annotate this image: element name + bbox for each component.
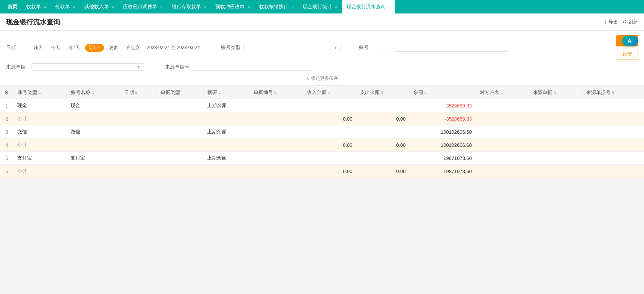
gear-icon[interactable]: ⚙	[4, 90, 9, 96]
date-range-display: 2023-02-24 至 2023-03-24	[147, 45, 200, 51]
nav-tab-yinhangcunqu[interactable]: 银行存取款单 ×	[167, 0, 211, 13]
top-navigation: 首页 收款单 × 付款单 × 其他收入单 × 应收应付调整单 × 银行存取款单 …	[0, 0, 644, 13]
close-icon[interactable]: ×	[112, 0, 114, 13]
td-income: 0.00	[303, 139, 356, 152]
close-icon[interactable]: ×	[248, 0, 250, 13]
refresh-button[interactable]: ↺ 刷新	[623, 19, 638, 25]
date-btn-today[interactable]: 今天	[48, 44, 63, 52]
td-doc-no	[250, 125, 303, 139]
export-icon: ↑	[605, 19, 607, 25]
td-doc-no	[250, 165, 303, 178]
sort-icon: ⇅	[218, 91, 221, 95]
table-body: 1 现金 现金 上期余额 -3528659.33 2 小计 0.00 0.00 …	[0, 99, 644, 178]
td-account-name: 支付宝	[67, 152, 120, 165]
sort-icon: ⇅	[327, 91, 330, 95]
td-account-name	[67, 165, 120, 178]
td-expense: 0.00	[356, 165, 410, 178]
date-btn-7days[interactable]: 近7天	[65, 44, 83, 52]
date-btn-custom[interactable]: 自定义	[123, 44, 143, 52]
td-index: 6	[0, 165, 14, 178]
th-account-name[interactable]: 账号名称⇅	[67, 86, 120, 99]
td-index: 2	[0, 112, 14, 125]
settings-button[interactable]: 设置	[617, 49, 638, 60]
td-counterpart	[476, 165, 529, 178]
td-date	[120, 99, 157, 112]
th-account-type[interactable]: 账号类型⇅	[14, 86, 67, 99]
table-row: 3 微信 微信 上期余额 100102606.60	[0, 125, 644, 139]
export-button[interactable]: ↑ 导出	[605, 19, 618, 25]
filter-row-source: 来源单据 ▼ 来源单据号	[6, 63, 638, 71]
nav-tab-qitashouru[interactable]: 其他收入单 ×	[80, 0, 119, 13]
th-income[interactable]: 收入金额⇅	[303, 86, 356, 99]
th-doc-no[interactable]: 单据编号⇅	[250, 86, 303, 99]
td-counterpart	[476, 139, 529, 152]
nav-tab-shoukuandan[interactable]: 收款单 ×	[22, 0, 51, 13]
close-icon[interactable]: ×	[204, 0, 206, 13]
th-summary[interactable]: 摘要⇅	[203, 86, 249, 99]
td-income	[303, 99, 356, 112]
td-doc-type	[157, 165, 204, 178]
th-settings[interactable]: ⚙	[0, 86, 14, 99]
th-expense[interactable]: 支出金额⇅	[356, 86, 410, 99]
td-expense: 0.00	[356, 112, 410, 125]
source-doc-select[interactable]: ▼	[32, 63, 144, 71]
td-source-doc-no	[582, 112, 644, 125]
header-actions: ↑ 导出 ↺ 刷新	[605, 19, 638, 25]
td-source-doc-no	[582, 152, 644, 165]
td-balance: -3528659.33	[410, 99, 476, 112]
nav-tab-shoukuanhexiao[interactable]: 收款核销执行 ×	[255, 0, 298, 13]
th-counterpart[interactable]: 对方户名⇅	[476, 86, 529, 99]
td-balance: 100102606.60	[410, 125, 476, 139]
ai-button[interactable]: Ai	[622, 36, 638, 46]
date-btn-more[interactable]: 更多	[106, 44, 121, 52]
td-source-doc-no	[582, 99, 644, 112]
date-btn-1month[interactable]: 近1月	[85, 44, 104, 52]
td-doc-type	[157, 112, 204, 125]
td-account-type: 小计	[14, 165, 67, 178]
td-source-doc	[529, 152, 582, 165]
th-source-doc-no[interactable]: 来源单据号⇅	[582, 86, 644, 99]
th-doc-type[interactable]: 单据类型	[157, 86, 204, 99]
close-icon[interactable]: ×	[160, 0, 162, 13]
nav-tab-yingshouyingfu[interactable]: 应收应付调整单 ×	[119, 0, 167, 13]
nav-tab-fukuandan[interactable]: 付款单 ×	[51, 0, 80, 13]
account-input[interactable]	[395, 44, 508, 52]
nav-tab-xianjinliushui[interactable]: 现金银行流水查询 ×	[342, 0, 395, 13]
nav-home[interactable]: 首页	[3, 0, 22, 13]
td-counterpart	[476, 112, 529, 125]
td-counterpart	[476, 99, 529, 112]
date-btn-yesterday[interactable]: 昨天	[31, 44, 46, 52]
dropdown-icon: ▼	[137, 65, 141, 69]
td-source-doc	[529, 99, 582, 112]
nav-tab-yushouchong[interactable]: 预收冲应收单 ×	[211, 0, 254, 13]
close-icon[interactable]: ×	[389, 0, 391, 13]
close-icon[interactable]: ×	[291, 0, 294, 13]
td-doc-no	[250, 152, 303, 165]
source-doc-no-input[interactable]	[192, 63, 312, 71]
td-summary	[203, 139, 249, 152]
th-balance[interactable]: 余额⇅	[410, 86, 476, 99]
account-type-select[interactable]: ▼	[243, 44, 341, 51]
close-icon[interactable]: ×	[44, 0, 46, 13]
close-icon[interactable]: ×	[73, 0, 75, 13]
table-row: 4 小计 0.00 0.00 100102606.60	[0, 139, 644, 152]
nav-tab-xianjinyinhangtongjii[interactable]: 现金银行统计 ×	[298, 0, 342, 13]
table-container: ⚙ 账号类型⇅ 账号名称⇅ 日期⇅ 单据类型 摘要⇅ 单据编号⇅	[0, 86, 644, 178]
td-expense	[356, 125, 410, 139]
sort-icon: ⇅	[380, 91, 383, 95]
td-account-type: 微信	[14, 125, 67, 139]
td-source-doc-no	[582, 165, 644, 178]
th-date[interactable]: 日期⇅	[120, 86, 157, 99]
th-source-doc[interactable]: 来源单据⇅	[529, 86, 582, 99]
td-index: 4	[0, 139, 14, 152]
td-counterpart	[476, 152, 529, 165]
close-icon[interactable]: ×	[335, 0, 337, 13]
td-account-type: 现金	[14, 99, 67, 112]
td-index: 5	[0, 152, 14, 165]
collapse-bar[interactable]: ∧ 收起更多条件	[6, 74, 638, 82]
data-table: ⚙ 账号类型⇅ 账号名称⇅ 日期⇅ 单据类型 摘要⇅ 单据编号⇅	[0, 86, 644, 178]
td-date	[120, 112, 157, 125]
td-doc-type	[157, 139, 204, 152]
account-more-button[interactable]: ...	[381, 43, 392, 52]
td-counterpart	[476, 125, 529, 139]
